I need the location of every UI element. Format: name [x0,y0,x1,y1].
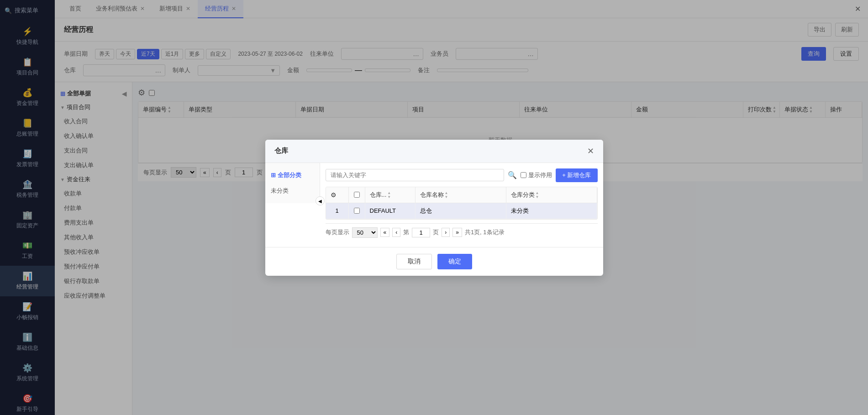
modal-total-records: 共1页, 1条记录 [465,228,505,236]
modal-left-panel-wrapper: ⊞ 全部分类 未分类 ◀ [265,163,320,247]
modal-first-page-btn[interactable]: « [380,228,390,237]
modal-right-panel: 🔍 显示停用 + 新增仓库 ⚙ [320,163,603,247]
warehouse-modal: 仓库 ✕ ⊞ 全部分类 未分类 ◀ 🔍 [265,140,603,276]
modal-search-input[interactable] [326,169,505,181]
td-row-num: 1 [326,203,349,219]
th-row-num: ⚙ [326,187,349,203]
modal-select-all-checkbox[interactable] [354,192,360,198]
modal-cancel-button[interactable]: 取消 [396,254,432,269]
modal-next-page-btn[interactable]: › [442,228,450,237]
modal-body: ⊞ 全部分类 未分类 ◀ 🔍 显示停用 + 新增仓库 [265,163,603,247]
modal-title: 仓库 [274,147,288,155]
row-checkbox-1[interactable] [354,208,360,214]
modal-table: ⚙ 仓库... ▲▼ 仓库名称 ▲▼ [326,187,598,220]
td-checkbox[interactable] [349,203,365,219]
modal-close-button[interactable]: ✕ [587,146,594,156]
th-checkbox [349,187,365,203]
gear-col-icon[interactable]: ⚙ [331,191,337,199]
modal-prev-page-btn[interactable]: ‹ [392,228,400,237]
show-disabled-label[interactable]: 显示停用 [521,171,552,179]
th-warehouse-code[interactable]: 仓库... ▲▼ [365,187,416,203]
modal-page-prefix: 第 [403,228,409,236]
show-disabled-text: 显示停用 [528,171,552,179]
modal-pagination: 每页显示 50 100 « ‹ 第 页 › » 共1页, 1条记录 [326,223,598,242]
all-categories-label: 全部分类 [278,171,301,179]
th-warehouse-category[interactable]: 仓库分类 ▲▼ [506,187,597,203]
add-warehouse-button[interactable]: + 新增仓库 [556,168,597,182]
modal-confirm-button[interactable]: 确定 [437,254,472,269]
table-row[interactable]: 1 DEFAULT 总仓 未分类 [326,203,597,219]
modal-all-categories[interactable]: ⊞ 全部分类 [265,168,320,183]
td-warehouse-code: DEFAULT [365,203,416,219]
grid-icon-modal: ⊞ [271,172,276,179]
modal-last-page-btn[interactable]: » [452,228,462,237]
td-warehouse-category: 未分类 [506,203,597,219]
modal-header: 仓库 ✕ [265,140,603,163]
modal-overlay: 仓库 ✕ ⊞ 全部分类 未分类 ◀ 🔍 [0,0,868,415]
modal-page-input[interactable] [412,228,430,237]
modal-per-page-label: 每页显示 [326,228,349,236]
show-disabled-checkbox[interactable] [521,172,526,178]
modal-search-bar: 🔍 显示停用 + 新增仓库 [326,168,598,182]
modal-per-page-select[interactable]: 50 100 [352,227,378,238]
modal-left-panel: ⊞ 全部分类 未分类 ◀ [265,163,320,203]
td-warehouse-name: 总仓 [416,203,506,219]
modal-footer: 取消 确定 [265,247,603,276]
th-warehouse-name[interactable]: 仓库名称 ▲▼ [416,187,506,203]
modal-search-button[interactable]: 🔍 [508,171,517,179]
modal-page-suffix: 页 [433,228,439,236]
collapse-modal-left-btn[interactable]: ◀ [316,196,325,205]
modal-table-header: ⚙ 仓库... ▲▼ 仓库名称 ▲▼ [326,187,597,203]
modal-category-unclassified[interactable]: 未分类 [265,183,320,199]
